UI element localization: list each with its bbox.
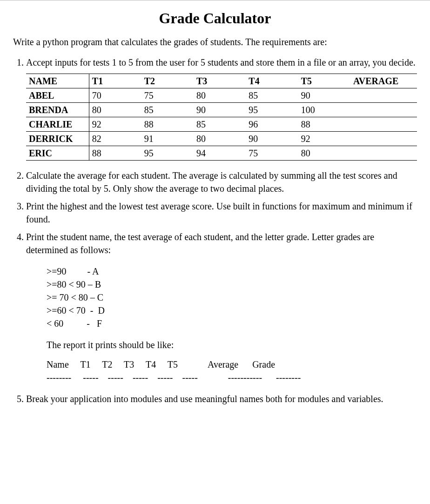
cell-t2: 75 [141,88,194,103]
cell-t1: 80 [89,103,141,117]
cell-t3: 80 [194,132,246,146]
requirement-item-3: Print the highest and the lowest test av… [26,200,417,226]
col-t2: T2 [141,74,194,88]
requirements-list: Accept inputs for tests 1 to 5 from the … [13,56,417,405]
cell-name: ERIC [26,146,89,161]
report-dash-row: -------- ----- ----- ----- ----- ----- -… [47,371,417,384]
cell-t5: 80 [298,146,350,161]
requirement-item-4: Print the student name, the test average… [26,230,417,384]
cell-t4: 90 [246,132,298,146]
cell-t2: 95 [141,146,194,161]
cell-avg [350,103,417,117]
cell-t2: 91 [141,132,194,146]
grade-rule: >=80 < 90 – B [47,278,417,291]
cell-t3: 85 [194,117,246,132]
requirement-text: Calculate the average for each student. … [26,170,397,194]
cell-t1: 82 [89,132,141,146]
col-t4: T4 [246,74,298,88]
cell-t2: 85 [141,103,194,117]
document-page: Grade Calculator Write a python program … [0,0,430,429]
col-name: NAME [26,74,89,88]
grades-table: NAME T1 T2 T3 T4 T5 AVERAGE ABEL 70 75 8 [26,74,417,161]
cell-t3: 90 [194,103,246,117]
cell-t4: 95 [246,103,298,117]
cell-t2: 88 [141,117,194,132]
report-lead-text: The report it prints should be like: [47,338,417,351]
grade-rule: < 60 - F [47,317,417,330]
cell-t3: 94 [194,146,246,161]
cell-name: BRENDA [26,103,89,117]
col-t1: T1 [89,74,141,88]
cell-t4: 96 [246,117,298,132]
table-header-row: NAME T1 T2 T3 T4 T5 AVERAGE [26,74,417,88]
report-sample: Name T1 T2 T3 T4 T5 Average Grade ------… [47,358,417,384]
cell-t1: 88 [89,146,141,161]
table-row: CHARLIE 92 88 85 96 88 [26,117,417,132]
cell-t5: 92 [298,132,350,146]
cell-name: ABEL [26,88,89,103]
grade-rule: >=90 - A [47,265,417,278]
grade-rule: >=60 < 70 - D [47,304,417,317]
requirement-item-1: Accept inputs for tests 1 to 5 from the … [26,56,417,161]
cell-avg [350,132,417,146]
cell-t1: 70 [89,88,141,103]
table-row: DERRICK 82 91 80 90 92 [26,132,417,146]
requirement-text: Print the highest and the lowest test av… [26,201,412,224]
col-t5: T5 [298,74,350,88]
requirement-text: Print the student name, the test average… [26,232,374,255]
col-average: AVERAGE [350,74,417,88]
cell-t5: 100 [298,103,350,117]
col-t3: T3 [194,74,246,88]
cell-name: DERRICK [26,132,89,146]
requirement-text: Accept inputs for tests 1 to 5 from the … [26,57,416,67]
cell-avg [350,146,417,161]
cell-t5: 88 [298,117,350,132]
requirement-item-5: Break your application into modules and … [26,392,417,405]
grade-rules-block: >=90 - A >=80 < 90 – B >= 70 < 80 – C >=… [47,265,417,330]
cell-avg [350,117,417,132]
cell-t3: 80 [194,88,246,103]
cell-name: CHARLIE [26,117,89,132]
cell-avg [350,88,417,103]
table-row: BRENDA 80 85 90 95 100 [26,103,417,117]
page-title: Grade Calculator [13,10,417,27]
grade-rule: >= 70 < 80 – C [47,291,417,304]
intro-paragraph: Write a python program that calculates t… [13,35,417,48]
requirement-text: Break your application into modules and … [26,394,383,404]
table-row: ERIC 88 95 94 75 80 [26,146,417,161]
cell-t4: 75 [246,146,298,161]
cell-t1: 92 [89,117,141,132]
cell-t4: 85 [246,88,298,103]
report-header-row: Name T1 T2 T3 T4 T5 Average Grade [47,358,417,371]
cell-t5: 90 [298,88,350,103]
requirement-item-2: Calculate the average for each student. … [26,169,417,195]
table-row: ABEL 70 75 80 85 90 [26,88,417,103]
